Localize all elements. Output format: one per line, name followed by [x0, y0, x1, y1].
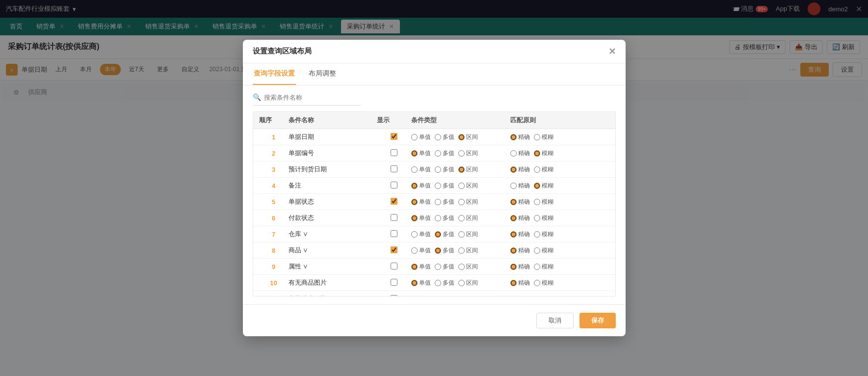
- type-multi-5[interactable]: 多值: [435, 198, 454, 206]
- match-fuzzy-1[interactable]: 模糊: [534, 133, 553, 141]
- type-multi-11[interactable]: 多值: [435, 295, 454, 296]
- match-exact-7[interactable]: 精确: [510, 230, 530, 239]
- type-multi-10[interactable]: 多值: [435, 279, 454, 287]
- type-single-2[interactable]: 单值: [411, 149, 431, 158]
- row-name-1: 单据日期: [289, 133, 377, 141]
- match-fuzzy-6[interactable]: 模糊: [534, 214, 553, 222]
- type-multi-4[interactable]: 多值: [435, 182, 454, 190]
- display-checkbox-5[interactable]: [391, 198, 397, 205]
- display-checkbox-3[interactable]: [391, 165, 397, 172]
- display-checkbox-8[interactable]: [391, 246, 397, 253]
- modal-tab-layout[interactable]: 布局调整: [308, 63, 337, 85]
- row-display-5[interactable]: [377, 198, 411, 206]
- row-type-6: 单值 多值 区间: [411, 214, 510, 222]
- type-single-5[interactable]: 单值: [411, 198, 431, 206]
- type-single-11[interactable]: 单值: [411, 295, 431, 296]
- type-multi-8[interactable]: 多值: [435, 246, 454, 255]
- type-range-4[interactable]: 区间: [458, 182, 478, 190]
- table-row: 2 单据编号 单值 多值 区间 精确: [253, 145, 615, 161]
- type-single-9[interactable]: 单值: [411, 263, 431, 271]
- match-fuzzy-5[interactable]: 模糊: [534, 198, 553, 206]
- match-exact-2[interactable]: 精确: [510, 149, 530, 158]
- row-display-9[interactable]: [377, 263, 411, 271]
- type-multi-3[interactable]: 多值: [435, 165, 454, 174]
- display-checkbox-10[interactable]: [391, 279, 397, 286]
- row-display-7[interactable]: [377, 230, 411, 239]
- type-range-9[interactable]: 区间: [458, 263, 478, 271]
- match-fuzzy-7[interactable]: 模糊: [534, 230, 553, 239]
- type-single-6[interactable]: 单值: [411, 214, 431, 222]
- display-checkbox-7[interactable]: [391, 230, 397, 237]
- modal-title: 设置查询区域布局: [253, 47, 312, 56]
- table-row: 5 单据状态 单值 多值 区间 精确: [253, 194, 615, 210]
- row-display-4[interactable]: [377, 182, 411, 190]
- display-checkbox-1[interactable]: [391, 133, 397, 140]
- display-checkbox-4[interactable]: [391, 182, 397, 188]
- table-row: 10 有无商品图片 单值 多值 区间 精确: [253, 275, 615, 291]
- type-multi-2[interactable]: 多值: [435, 149, 454, 158]
- match-fuzzy-10[interactable]: 模糊: [534, 279, 553, 287]
- type-single-3[interactable]: 单值: [411, 165, 431, 174]
- match-exact-1[interactable]: 精确: [510, 133, 530, 141]
- match-exact-5[interactable]: 精确: [510, 198, 530, 206]
- row-match-9: 精确 模糊: [510, 263, 609, 271]
- display-checkbox-11[interactable]: [391, 295, 397, 296]
- match-fuzzy-2[interactable]: 模糊: [534, 149, 553, 158]
- row-type-3: 单值 多值 区间: [411, 165, 510, 174]
- match-fuzzy-8[interactable]: 模糊: [534, 246, 553, 255]
- match-exact-3[interactable]: 精确: [510, 165, 530, 174]
- row-name-6: 付款状态: [289, 214, 377, 222]
- row-order-10: 10: [259, 279, 289, 287]
- row-display-2[interactable]: [377, 149, 411, 158]
- match-exact-6[interactable]: 精确: [510, 214, 530, 222]
- modal-tab-query-fields[interactable]: 查询字段设置: [253, 63, 296, 85]
- conditions-table: 顺序 条件名称 显示 条件类型 匹配原则 1 单据日期 单值: [253, 111, 616, 296]
- row-type-11: 单值 多值 区间: [411, 295, 510, 296]
- match-fuzzy-3[interactable]: 模糊: [534, 165, 553, 174]
- match-fuzzy-4[interactable]: 模糊: [534, 182, 553, 190]
- type-single-4[interactable]: 单值: [411, 182, 431, 190]
- display-checkbox-6[interactable]: [391, 214, 397, 221]
- match-exact-4[interactable]: 精确: [510, 182, 530, 190]
- match-fuzzy-9[interactable]: 模糊: [534, 263, 553, 271]
- row-display-1[interactable]: [377, 133, 411, 141]
- row-type-8: 单值 多值 区间: [411, 246, 510, 255]
- match-exact-10[interactable]: 精确: [510, 279, 530, 287]
- display-checkbox-2[interactable]: [391, 149, 397, 156]
- type-range-6[interactable]: 区间: [458, 214, 478, 222]
- search-input[interactable]: [264, 94, 361, 101]
- type-single-8[interactable]: 单值: [411, 246, 431, 255]
- match-exact-8[interactable]: 精确: [510, 246, 530, 255]
- type-range-1[interactable]: 区间: [458, 133, 478, 141]
- row-display-6[interactable]: [377, 214, 411, 222]
- match-exact-9[interactable]: 精确: [510, 263, 530, 271]
- type-multi-9[interactable]: 多值: [435, 263, 454, 271]
- row-display-8[interactable]: [377, 246, 411, 255]
- row-name-11: 交货结束日期: [289, 295, 377, 296]
- match-exact-11[interactable]: 精确: [510, 295, 530, 296]
- modal-close-button[interactable]: ✕: [608, 46, 616, 57]
- type-multi-1[interactable]: 多值: [435, 133, 454, 141]
- cancel-button[interactable]: 取消: [536, 313, 574, 328]
- type-range-2[interactable]: 区间: [458, 149, 478, 158]
- row-display-3[interactable]: [377, 165, 411, 174]
- row-display-10[interactable]: [377, 279, 411, 287]
- type-range-10[interactable]: 区间: [458, 279, 478, 287]
- col-type: 条件类型: [411, 116, 510, 125]
- type-multi-7[interactable]: 多值: [435, 230, 454, 239]
- match-fuzzy-11[interactable]: 模糊: [534, 295, 553, 296]
- row-display-11[interactable]: [377, 295, 411, 296]
- save-button[interactable]: 保存: [579, 313, 616, 328]
- display-checkbox-9[interactable]: [391, 263, 397, 269]
- type-single-7[interactable]: 单值: [411, 230, 431, 239]
- type-single-10[interactable]: 单值: [411, 279, 431, 287]
- type-range-8[interactable]: 区间: [458, 246, 478, 255]
- type-range-11[interactable]: 区间: [458, 295, 478, 296]
- row-name-5: 单据状态: [289, 197, 377, 206]
- type-range-5[interactable]: 区间: [458, 198, 478, 206]
- type-single-1[interactable]: 单值: [411, 133, 431, 141]
- type-range-7[interactable]: 区间: [458, 230, 478, 239]
- type-range-3[interactable]: 区间: [458, 165, 478, 174]
- type-multi-6[interactable]: 多值: [435, 214, 454, 222]
- conditions-table-header: 顺序 条件名称 显示 条件类型 匹配原则: [253, 112, 615, 129]
